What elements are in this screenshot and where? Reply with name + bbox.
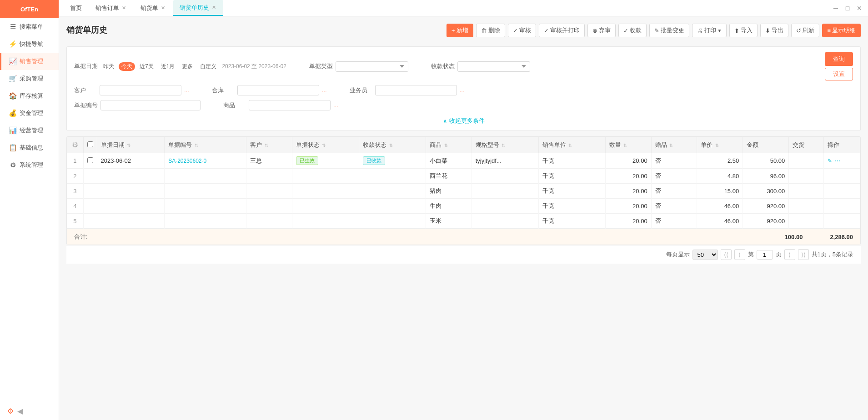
cell-checkbox[interactable]	[83, 199, 97, 214]
audit-print-button[interactable]: ✓ 审核并打印	[539, 24, 585, 37]
edit-action[interactable]: ✎	[828, 158, 832, 164]
sidebar-item-search-menu[interactable]: ☰ 搜索菜单	[0, 18, 59, 35]
audit-button[interactable]: ✓ 审核	[508, 24, 536, 37]
date-tag-last1m[interactable]: 近1月	[158, 62, 178, 71]
show-detail-label: 显示明细	[832, 26, 856, 35]
sidebar-item-base-info[interactable]: 📋 基础信息	[0, 139, 59, 156]
prev-page-btn[interactable]: ⟨	[734, 249, 745, 260]
tab-sales-order-close[interactable]: ✕	[121, 5, 127, 11]
collect-button[interactable]: ✓ 收款	[618, 24, 647, 37]
tab-sales-goods-history[interactable]: 销货单历史 ✕	[173, 0, 223, 16]
col-gift[interactable]: 赠品 ⇅	[651, 137, 697, 153]
customer-input[interactable]	[100, 85, 181, 95]
cell-checkbox[interactable]	[83, 169, 97, 184]
cell-doc-no	[165, 199, 246, 214]
tab-sales-goods-close[interactable]: ✕	[160, 5, 166, 11]
cell-quantity: 20.00	[605, 214, 651, 229]
doc-no-link[interactable]: SA-20230602-0	[168, 158, 206, 164]
first-page-btn[interactable]: ⟨⟨	[721, 249, 732, 260]
settings-button[interactable]: 设置	[825, 68, 853, 80]
gear-icon[interactable]: ⚙	[72, 141, 78, 149]
per-page-label: 每页显示	[666, 250, 690, 259]
sidebar-item-sales-mgmt[interactable]: 📈 销售管理	[0, 53, 59, 70]
cell-checkbox[interactable]	[83, 184, 97, 199]
tab-home[interactable]: 首页	[64, 0, 88, 16]
salesman-input[interactable]	[375, 85, 457, 95]
query-button[interactable]: 查询	[825, 52, 853, 66]
batch-change-button[interactable]: ✎ 批量变更	[649, 24, 689, 37]
date-tag-last7[interactable]: 近7天	[137, 62, 156, 71]
import-icon: ⬆	[734, 27, 739, 34]
date-tag-custom[interactable]: 自定义	[197, 62, 219, 71]
cell-checkbox[interactable]	[83, 214, 97, 229]
cell-quantity: 20.00	[605, 153, 651, 169]
tab-sales-goods[interactable]: 销货单 ✕	[134, 0, 172, 16]
col-quantity[interactable]: 数量 ⇅	[605, 137, 651, 153]
sidebar-settings-icon[interactable]: ⚙	[7, 407, 14, 415]
cell-action	[823, 169, 860, 184]
date-tag-today[interactable]: 今天	[119, 62, 135, 71]
collapse-row[interactable]: ∧ 收起更多条件	[74, 115, 853, 125]
show-detail-button[interactable]: ≡ 显示明细	[822, 24, 861, 37]
col-doc-no[interactable]: 单据编号 ⇅	[165, 137, 246, 153]
sidebar-collapse-icon[interactable]: ◀	[17, 407, 23, 415]
cell-row-num: 2	[67, 169, 83, 184]
batch-change-label: 批量变更	[661, 26, 684, 35]
customer-ellipsis[interactable]: ...	[184, 87, 189, 94]
minimize-btn[interactable]: ─	[832, 4, 840, 12]
total-quantity: 100.00	[785, 234, 803, 240]
col-doc-no-label: 单据编号	[168, 141, 192, 148]
content-area: 销货单历史 + 新增 🗑 删除 ✓ 审核 ✓ 审核并打印	[59, 16, 868, 420]
col-payment-status[interactable]: 收款状态 ⇅	[359, 137, 426, 153]
col-customer[interactable]: 客户 ⇅	[246, 137, 292, 153]
export-button[interactable]: ⬇ 导出	[760, 24, 788, 37]
abandon-button[interactable]: ⊗ 弃审	[587, 24, 616, 37]
payment-status-select[interactable]	[457, 61, 530, 72]
col-sales-unit[interactable]: 销售单位 ⇅	[538, 137, 605, 153]
select-all-checkbox[interactable]	[87, 141, 93, 147]
goods-ellipsis[interactable]: ...	[333, 102, 338, 109]
sidebar-item-inventory[interactable]: 🏠 库存核算	[0, 87, 59, 105]
cell-checkbox[interactable]	[83, 153, 97, 169]
col-unit-price[interactable]: 单价 ⇅	[697, 137, 743, 153]
sidebar-item-finance[interactable]: 💰 资金管理	[0, 105, 59, 122]
sidebar-item-purchase-mgmt[interactable]: 🛒 采购管理	[0, 70, 59, 87]
sidebar-item-label: 资金管理	[20, 109, 43, 117]
cell-sales-unit: 千克	[538, 153, 605, 169]
refresh-button[interactable]: ↺ 刷新	[791, 24, 819, 37]
collect-icon: ✓	[623, 27, 628, 34]
col-goods[interactable]: 商品 ⇅	[426, 137, 472, 153]
salesman-ellipsis[interactable]: ...	[460, 87, 465, 94]
tab-sales-order[interactable]: 销售订单 ✕	[89, 0, 133, 16]
sidebar-item-sys-mgmt[interactable]: ⚙ 系统管理	[0, 156, 59, 174]
goods-input[interactable]	[249, 100, 331, 110]
warehouse-ellipsis[interactable]: ...	[322, 87, 327, 94]
col-doc-status[interactable]: 单据状态 ⇅	[292, 137, 359, 153]
add-button[interactable]: + 新增	[447, 24, 473, 37]
print-button[interactable]: 🖨 打印 ▼	[692, 24, 727, 37]
warehouse-input[interactable]	[237, 85, 319, 95]
doc-type-select[interactable]	[336, 61, 408, 72]
sidebar-item-quick-nav[interactable]: ⚡ 快捷导航	[0, 35, 59, 53]
per-page-select[interactable]: 50 100	[692, 250, 718, 260]
maximize-btn[interactable]: □	[843, 4, 852, 12]
tab-sales-goods-history-close[interactable]: ✕	[211, 4, 217, 11]
inventory-icon: 🏠	[9, 92, 17, 100]
import-button[interactable]: ⬆ 导入	[729, 24, 758, 37]
page-number-input[interactable]	[757, 250, 773, 260]
next-page-btn[interactable]: ⟩	[784, 249, 795, 260]
col-spec-type[interactable]: 规格型号 ⇅	[472, 137, 538, 153]
delete-button[interactable]: 🗑 删除	[476, 24, 505, 37]
row-checkbox[interactable]	[87, 157, 93, 163]
more-action[interactable]: ⋯	[835, 158, 840, 164]
cell-doc-status	[292, 184, 359, 199]
close-btn[interactable]: ✕	[855, 4, 863, 12]
date-tag-more[interactable]: 更多	[179, 62, 196, 71]
col-doc-date[interactable]: 单据日期 ⇅	[97, 137, 165, 153]
add-label: 新增	[457, 26, 468, 35]
col-config[interactable]: ⚙	[67, 137, 83, 153]
date-tag-yesterday[interactable]: 昨天	[100, 62, 117, 71]
sidebar-item-ops-mgmt[interactable]: 📊 经营管理	[0, 122, 59, 139]
doc-no-input[interactable]	[100, 100, 201, 110]
last-page-btn[interactable]: ⟩⟩	[798, 249, 809, 260]
